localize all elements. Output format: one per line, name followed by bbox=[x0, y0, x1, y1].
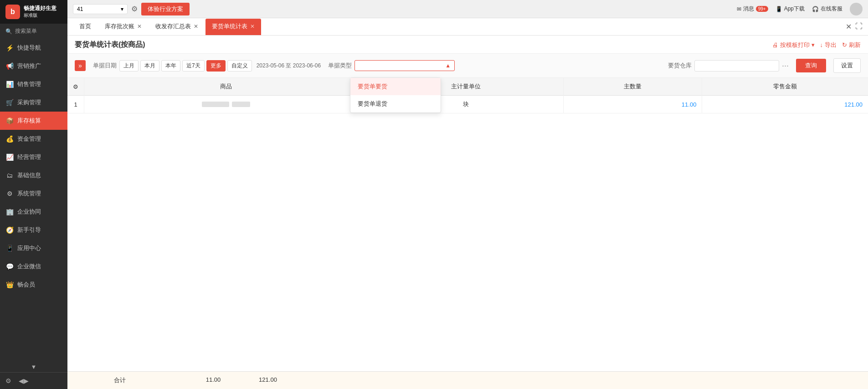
sidebar-item-guide[interactable]: 🧭 新手引导 bbox=[0, 221, 67, 239]
total-qty: 11.00 bbox=[186, 376, 241, 384]
store-name: 41 bbox=[77, 6, 83, 12]
sidebar-item-search[interactable]: 🔍 搜索菜单 bbox=[0, 24, 67, 39]
sidebar-item-operations[interactable]: 📈 经营管理 bbox=[0, 148, 67, 166]
nav-label: 企业微信 bbox=[17, 262, 41, 271]
settings-button[interactable]: 设置 bbox=[833, 58, 861, 73]
date-btn-more[interactable]: 更多 bbox=[206, 60, 226, 72]
tab-home-label: 首页 bbox=[79, 22, 91, 31]
tab-expand[interactable]: ⛶ bbox=[855, 22, 863, 31]
search-label: 搜索菜单 bbox=[15, 27, 37, 35]
date-buttons: 上月 本月 本年 近7天 更多 自定义 bbox=[119, 60, 252, 72]
col-qty: 主数量 bbox=[563, 78, 702, 96]
app-name: 畅捷通好生意 bbox=[24, 5, 56, 12]
sidebar-nav: ⚡ 快捷导航 📢 营销推广 📊 销售管理 🛒 采购管理 📦 库存核算 💰 资金管… bbox=[0, 39, 67, 362]
app-download-label: App下载 bbox=[784, 5, 805, 13]
tab-order-stat-label: 要货单统计表 bbox=[212, 22, 247, 31]
export-button[interactable]: ↓ 导出 bbox=[820, 41, 837, 49]
sidebar-item-marketing[interactable]: 📢 营销推广 bbox=[0, 57, 67, 75]
date-btn-this-year[interactable]: 本年 bbox=[161, 60, 180, 72]
filter-expand-button[interactable]: » bbox=[75, 60, 86, 71]
topbar-settings-icon[interactable]: ⚙ bbox=[131, 5, 138, 13]
sidebar-item-appstore[interactable]: 📱 应用中心 bbox=[0, 239, 67, 257]
appstore-icon: 📱 bbox=[5, 245, 14, 252]
date-btn-last-month[interactable]: 上月 bbox=[119, 60, 139, 72]
sidebar-item-sales[interactable]: 📊 销售管理 bbox=[0, 75, 67, 93]
sidebar-item-shortcut[interactable]: ⚡ 快捷导航 bbox=[0, 39, 67, 57]
nav-label: 基础信息 bbox=[17, 171, 41, 179]
tab-order-stat-close[interactable]: ✕ bbox=[250, 23, 255, 30]
message-icon: ✉ bbox=[737, 6, 741, 12]
print-button[interactable]: 🖨 按模板打印 ▾ bbox=[772, 41, 815, 49]
online-service-action[interactable]: 🎧 在线客服 bbox=[812, 5, 842, 13]
store-selector[interactable]: 41 ▾ bbox=[73, 4, 128, 14]
purchase-icon: 🛒 bbox=[5, 99, 14, 106]
tab-batch[interactable]: 库存批次账 ✕ bbox=[98, 19, 148, 35]
warehouse-input[interactable] bbox=[694, 60, 779, 72]
sidebar-item-enterprise[interactable]: 🏢 企业协同 bbox=[0, 203, 67, 221]
page-header: 要货单统计表(按商品) 🖨 按模板打印 ▾ ↓ 导出 ↻ 刷新 bbox=[67, 36, 868, 54]
app-download-action[interactable]: 📱 App下载 bbox=[776, 5, 805, 13]
headset-icon: 🎧 bbox=[812, 6, 819, 12]
tab-batch-close[interactable]: ✕ bbox=[137, 23, 142, 30]
collapse-icon[interactable]: ◀▶ bbox=[19, 377, 29, 384]
sidebar-item-wechat[interactable]: 💬 企业微信 bbox=[0, 257, 67, 276]
sidebar-item-basics[interactable]: 🗂 基础信息 bbox=[0, 166, 67, 184]
nav-label: 销售管理 bbox=[17, 80, 41, 88]
refresh-label: 刷新 bbox=[849, 41, 861, 49]
type-filter-group: 单据类型 ▲ bbox=[328, 60, 661, 71]
date-btn-this-month[interactable]: 本月 bbox=[140, 60, 159, 72]
topbar-right: ✉ 消息 99+ 📱 App下载 🎧 在线客服 bbox=[737, 3, 863, 15]
sidebar-item-system[interactable]: ⚙ 系统管理 bbox=[0, 184, 67, 203]
tab-receipt-close[interactable]: ✕ bbox=[194, 23, 198, 30]
print-label: 按模板打印 bbox=[780, 41, 810, 49]
tab-batch-label: 库存批次账 bbox=[105, 22, 134, 31]
type-select-arrow: ▲ bbox=[445, 62, 451, 69]
topbar: 41 ▾ ⚙ 体验行业方案 ✉ 消息 99+ 📱 App下载 🎧 在线客服 bbox=[67, 0, 868, 18]
wechat-icon: 💬 bbox=[5, 263, 14, 270]
user-avatar[interactable] bbox=[850, 3, 863, 15]
dropdown-item-order-return[interactable]: 要货单退货 bbox=[350, 95, 441, 113]
type-select[interactable]: ▲ bbox=[354, 60, 455, 71]
table-row: 1 块 11.00 121.00 bbox=[67, 96, 868, 113]
marketing-icon: 📢 bbox=[5, 62, 14, 70]
date-btn-custom[interactable]: 自定义 bbox=[227, 60, 252, 72]
total-amount: 121.00 bbox=[241, 376, 295, 384]
type-dropdown: 要货单要货 要货单退货 bbox=[350, 77, 441, 113]
sidebar-item-inventory[interactable]: 📦 库存核算 bbox=[0, 112, 67, 130]
enterprise-icon: 🏢 bbox=[5, 208, 14, 215]
product-placeholder bbox=[202, 102, 229, 107]
export-label: 导出 bbox=[825, 41, 837, 49]
main-content: 41 ▾ ⚙ 体验行业方案 ✉ 消息 99+ 📱 App下载 🎧 在线客服 bbox=[67, 0, 868, 389]
tab-receipt[interactable]: 收发存汇总表 ✕ bbox=[149, 19, 205, 35]
tab-home[interactable]: 首页 bbox=[73, 19, 98, 35]
sidebar-item-finance[interactable]: 💰 资金管理 bbox=[0, 130, 67, 148]
sidebar-item-purchase[interactable]: 🛒 采购管理 bbox=[0, 93, 67, 112]
page-title: 要货单统计表(按商品) bbox=[75, 40, 145, 50]
refresh-button[interactable]: ↻ 刷新 bbox=[842, 41, 861, 49]
date-label: 单据日期 bbox=[93, 61, 117, 70]
industry-button[interactable]: 体验行业方案 bbox=[141, 3, 190, 15]
tab-close-all[interactable]: ✕ bbox=[846, 22, 852, 31]
query-button[interactable]: 查询 bbox=[796, 59, 826, 72]
table-area: ⚙ 商品 主计量单位 主数量 零售金额 1 bbox=[67, 78, 868, 371]
col-settings[interactable]: ⚙ bbox=[67, 78, 84, 96]
sidebar-item-member[interactable]: 👑 畅会员 bbox=[0, 276, 67, 294]
nav-label: 营销推广 bbox=[17, 62, 41, 70]
col-amount: 零售金额 bbox=[702, 78, 868, 96]
cell-num: 1 bbox=[67, 96, 84, 113]
tab-order-stat[interactable]: 要货单统计表 ✕ bbox=[205, 19, 261, 35]
qty-link[interactable]: 11.00 bbox=[682, 101, 697, 108]
search-icon: 🔍 bbox=[5, 28, 12, 35]
sidebar-scroll-down[interactable]: ▼ bbox=[0, 362, 67, 372]
date-btn-last-7[interactable]: 近7天 bbox=[182, 60, 205, 72]
more-filters-icon[interactable]: ··· bbox=[782, 61, 789, 71]
settings-bottom-icon[interactable]: ⚙ bbox=[5, 377, 11, 384]
messages-action[interactable]: ✉ 消息 99+ bbox=[737, 5, 768, 13]
nav-label: 库存核算 bbox=[17, 117, 41, 125]
page-actions: 🖨 按模板打印 ▾ ↓ 导出 ↻ 刷新 bbox=[772, 41, 861, 49]
print-icon: 🖨 bbox=[772, 41, 778, 48]
logo-icon: b bbox=[5, 5, 20, 19]
dropdown-item-order-goods[interactable]: 要货单要货 bbox=[350, 78, 441, 95]
amount-link[interactable]: 121.00 bbox=[844, 101, 863, 108]
nav-label: 资金管理 bbox=[17, 135, 41, 143]
